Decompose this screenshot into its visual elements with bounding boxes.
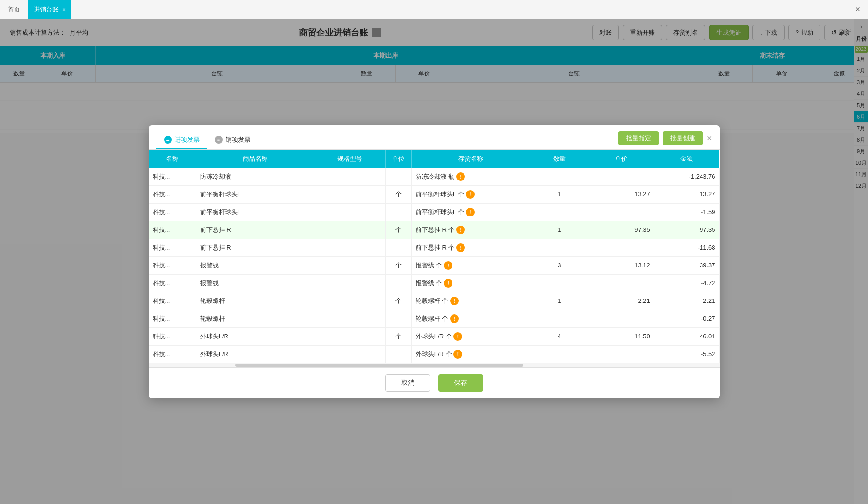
cell-spec [314, 256, 385, 274]
cell-product: 外球头L/R [196, 327, 314, 345]
cell-qty: 1 [530, 292, 589, 310]
cell-unit: 个 [385, 185, 411, 203]
warning-icon[interactable]: ! [466, 190, 475, 199]
table-row: 科技... 报警线 报警线 个 ! -4.72 [149, 274, 720, 292]
cell-stock: 轮毂螺杆 个 ! [411, 310, 530, 327]
cell-spec [314, 239, 385, 256]
cell-spec [314, 345, 385, 363]
cell-unit [385, 274, 411, 292]
cell-name: 科技... [149, 292, 196, 310]
cell-unit-price: 11.50 [589, 327, 654, 345]
save-button[interactable]: 保存 [438, 374, 483, 392]
cell-name: 科技... [149, 185, 196, 203]
cell-amount: 2.21 [654, 292, 719, 310]
cell-product: 报警线 [196, 274, 314, 292]
cell-unit [385, 310, 411, 327]
cell-name: 科技... [149, 168, 196, 186]
cell-spec [314, 310, 385, 327]
batch-create-button[interactable]: 批量创建 [663, 131, 703, 145]
cell-qty [530, 168, 589, 186]
home-label: 首页 [8, 5, 20, 14]
warning-icon[interactable]: ! [456, 243, 465, 252]
cell-unit: 个 [385, 327, 411, 345]
cell-product: 报警线 [196, 256, 314, 274]
cell-qty [530, 203, 589, 221]
tab-out-invoice[interactable]: ≡ 销项发票 [207, 132, 258, 149]
window-close-button[interactable]: × [847, 4, 868, 14]
cell-product: 前下悬挂 R [196, 239, 314, 256]
main-content: 销售成本计算方法： 月平均 商贸企业进销台账 ≡ 对账 重新开账 存货别名 生成… [0, 19, 868, 504]
table-row: 科技... 轮毂螺杆 个 轮毂螺杆 个 ! 1 2.21 2.21 [149, 292, 720, 310]
cell-spec [314, 203, 385, 221]
cell-name: 科技... [149, 203, 196, 221]
modal-overlay: ☁ 进项发票 ≡ 销项发票 批量指定 批量创建 × 名称 [0, 19, 868, 504]
cell-unit [385, 168, 411, 186]
cell-stock: 报警线 个 ! [411, 274, 530, 292]
cell-unit [385, 345, 411, 363]
cell-unit-price: 2.21 [589, 292, 654, 310]
cell-stock: 前下悬挂 R 个 ! [411, 239, 530, 256]
col-header-unit-price: 单价 [589, 150, 654, 168]
cell-qty: 3 [530, 256, 589, 274]
table-row: 科技... 前下悬挂 R 前下悬挂 R 个 ! -11.68 [149, 239, 720, 256]
in-invoice-icon: ☁ [164, 136, 172, 144]
col-header-unit: 单位 [385, 150, 411, 168]
cell-name: 科技... [149, 221, 196, 239]
table-row: 科技... 轮毂螺杆 轮毂螺杆 个 ! -0.27 [149, 310, 720, 327]
cell-spec [314, 221, 385, 239]
out-invoice-icon: ≡ [215, 136, 223, 144]
cell-stock: 报警线 个 ! [411, 256, 530, 274]
cell-qty: 1 [530, 221, 589, 239]
warning-icon[interactable]: ! [450, 314, 459, 323]
table-row: 科技... 防冻冷却液 防冻冷却液 瓶 ! -1,243.76 [149, 168, 720, 186]
warning-icon[interactable]: ! [453, 350, 462, 359]
table-header-row: 名称 商品名称 规格型号 单位 存货名称 数量 单价 金额 [149, 150, 720, 168]
cell-stock: 外球头L/R 个 ! [411, 345, 530, 363]
cell-product: 轮毂螺杆 [196, 310, 314, 327]
cell-amount: -4.72 [654, 274, 719, 292]
warning-icon[interactable]: ! [453, 332, 462, 341]
cell-unit-price [589, 239, 654, 256]
modal-header-actions: 批量指定 批量创建 [618, 131, 703, 149]
cell-product: 前平衡杆球头L [196, 203, 314, 221]
cell-unit-price [589, 203, 654, 221]
table-row: 科技... 外球头L/R 个 外球头L/R 个 ! 4 11.50 46.01 [149, 327, 720, 345]
warning-icon[interactable]: ! [450, 297, 459, 305]
cancel-button[interactable]: 取消 [385, 374, 430, 392]
cell-amount: -11.68 [654, 239, 719, 256]
warning-icon[interactable]: ! [456, 226, 465, 234]
cell-name: 科技... [149, 274, 196, 292]
cell-stock: 前平衡杆球头L 个 ! [411, 185, 530, 203]
table-row: 科技... 报警线 个 报警线 个 ! 3 13.12 39.37 [149, 256, 720, 274]
cell-unit-price: 13.12 [589, 256, 654, 274]
tab-close-icon[interactable]: × [62, 6, 66, 13]
cell-product: 防冻冷却液 [196, 168, 314, 186]
cell-amount: -5.52 [654, 345, 719, 363]
top-bar: 首页 进销台账 × × [0, 0, 868, 19]
cell-unit-price [589, 168, 654, 186]
warning-icon[interactable]: ! [444, 279, 452, 288]
cell-amount: -0.27 [654, 310, 719, 327]
modal-close-button[interactable]: × [707, 134, 712, 146]
cell-spec [314, 327, 385, 345]
cell-product: 轮毂螺杆 [196, 292, 314, 310]
cell-name: 科技... [149, 310, 196, 327]
active-tab[interactable]: 进销台账 × [28, 0, 71, 19]
invoice-table: 名称 商品名称 规格型号 单位 存货名称 数量 单价 金额 科技... 防冻冷却… [149, 150, 720, 363]
cell-unit: 个 [385, 256, 411, 274]
batch-specify-button[interactable]: 批量指定 [618, 131, 659, 145]
cell-product: 外球头L/R [196, 345, 314, 363]
warning-icon[interactable]: ! [456, 172, 465, 181]
home-tab[interactable]: 首页 [0, 0, 28, 19]
warning-icon[interactable]: ! [466, 208, 475, 216]
cell-unit: 个 [385, 221, 411, 239]
modal-horizontal-scrollbar[interactable] [149, 363, 720, 367]
warning-icon[interactable]: ! [444, 261, 452, 270]
cell-unit-price: 13.27 [589, 185, 654, 203]
tab-in-invoice[interactable]: ☁ 进项发票 [156, 132, 207, 149]
cell-qty [530, 239, 589, 256]
col-header-product: 商品名称 [196, 150, 314, 168]
cell-name: 科技... [149, 345, 196, 363]
cell-amount: -1.59 [654, 203, 719, 221]
cell-qty [530, 310, 589, 327]
